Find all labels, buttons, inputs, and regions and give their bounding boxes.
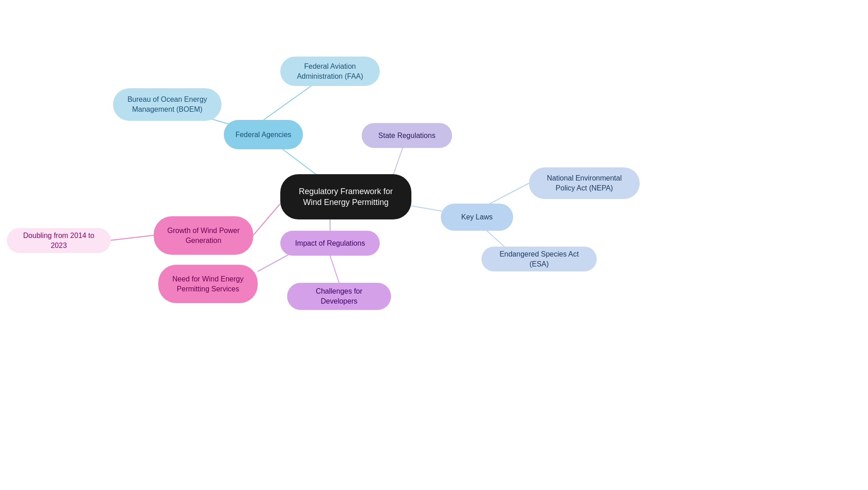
center-node: Regulatory Framework for Wind Energy Per…	[280, 174, 411, 219]
svg-line-8	[111, 235, 154, 240]
state-regs-label: State Regulations	[378, 131, 435, 141]
esa-node: Endangered Species Act (ESA)	[481, 247, 597, 271]
challenges-label: Challenges for Developers	[297, 286, 381, 306]
svg-line-11	[330, 256, 339, 283]
impact-node: Impact of Regulations	[280, 231, 380, 256]
need-node: Need for Wind Energy Permitting Services	[158, 265, 258, 303]
challenges-node: Challenges for Developers	[287, 283, 391, 310]
nepa-label: National Environmental Policy Act (NEPA)	[539, 173, 630, 193]
state-regs-node: State Regulations	[362, 123, 452, 148]
boem-label: Bureau of Ocean Energy Management (BOEM)	[123, 95, 212, 114]
faa-node: Federal Aviation Administration (FAA)	[280, 57, 380, 86]
nepa-node: National Environmental Policy Act (NEPA)	[529, 167, 640, 199]
key-laws-label: Key Laws	[461, 212, 492, 222]
esa-label: Endangered Species Act (ESA)	[491, 249, 587, 269]
doubling-label: Doubling from 2014 to 2023	[17, 231, 101, 250]
faa-label: Federal Aviation Administration (FAA)	[290, 62, 370, 81]
federal-agencies-node: Federal Agencies	[224, 120, 303, 149]
growth-label: Growth of Wind Power Generation	[164, 226, 243, 245]
boem-node: Bureau of Ocean Energy Management (BOEM)	[113, 88, 222, 121]
need-label: Need for Wind Energy Permitting Services	[168, 274, 248, 294]
center-label: Regulatory Framework for Wind Energy Per…	[290, 186, 401, 208]
svg-line-7	[253, 204, 280, 235]
federal-agencies-label: Federal Agencies	[236, 130, 292, 140]
impact-label: Impact of Regulations	[295, 238, 365, 248]
key-laws-node: Key Laws	[441, 204, 513, 231]
growth-node: Growth of Wind Power Generation	[154, 216, 253, 255]
doubling-node: Doubling from 2014 to 2023	[7, 228, 111, 253]
